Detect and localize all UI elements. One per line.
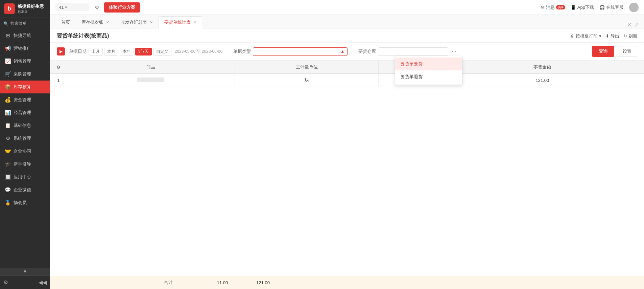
footer-label: 合计 — [135, 280, 202, 286]
setting-button[interactable]: 设置 — [617, 46, 637, 57]
sidebar-item-app-center[interactable]: 🔲 应用中心 — [0, 171, 50, 183]
tab-goods-order-label: 要货单统计表 — [164, 19, 191, 25]
store-name: 41 — [59, 5, 64, 10]
type-select: ▲ 要货单要货 要货单退货 — [253, 47, 348, 56]
sidebar-item-guide[interactable]: 🎓 新手引导 — [0, 158, 50, 171]
col-settings[interactable]: ⚙ — [50, 61, 67, 74]
sidebar-item-label: 畅会员 — [14, 200, 27, 206]
date-chip-custom[interactable]: 自定义 — [153, 48, 171, 55]
sidebar-item-label: 新手引导 — [14, 161, 31, 167]
date-chip-this-year[interactable]: 本年 — [120, 48, 134, 55]
query-button[interactable]: 查询 — [592, 46, 614, 57]
sidebar-item-label: 经营管理 — [14, 110, 31, 116]
dropdown-item-yh[interactable]: 要货单要货 — [395, 58, 462, 70]
tab-goods-order-close[interactable]: ✕ — [193, 20, 196, 25]
app-download-button[interactable]: 📱 App下载 — [571, 4, 594, 10]
tab-inventory-batch-close[interactable]: ✕ — [106, 20, 109, 25]
sidebar-item-label: 企业协同 — [14, 148, 31, 154]
settings-icon[interactable]: ⚙ — [3, 279, 8, 286]
sidebar-item-label: 基础信息 — [14, 123, 31, 129]
cell-no: 1 — [50, 74, 67, 87]
date-chips: 上月 本月 本年 近7天 自定义 — [89, 48, 171, 55]
download-icon: 📱 — [571, 5, 576, 10]
logo-icon: b — [4, 3, 15, 14]
date-chip-last-month[interactable]: 上月 — [89, 48, 103, 55]
tab-recv-send-summary[interactable]: 收发存汇总表 ✕ — [115, 16, 159, 28]
warehouse-filter-group: 要货仓库 ··· — [358, 47, 457, 56]
table-header-row: ⚙ 商品 主计量单位 主数量 零售金额 — [50, 61, 644, 74]
sidebar-item-wechat-biz[interactable]: 💬 企业微信 — [0, 183, 50, 196]
cell-unit: 块 — [235, 74, 378, 87]
guide-icon: 🎓 — [5, 161, 11, 167]
sidebar-item-label: 营销推广 — [14, 45, 31, 51]
sidebar-item-system[interactable]: ⚙ 系统管理 — [0, 132, 50, 145]
sidebar-item-member[interactable]: 🏅 畅会员 — [0, 196, 50, 209]
sidebar-item-inventory[interactable]: 📦 库存核算 — [0, 81, 50, 93]
warehouse-input[interactable] — [378, 47, 448, 56]
main-area: 41 ▾ ⚙ 体验行业方案 ✉ 消息 99+ 📱 App下载 🎧 在线客服 — [50, 0, 644, 289]
sidebar-item-finance[interactable]: 💰 资金管理 — [0, 93, 50, 106]
tab-inventory-batch[interactable]: 库存批次账 ✕ — [76, 16, 115, 28]
sidebar-item-label: 应用中心 — [14, 174, 31, 180]
collapse-icon[interactable]: ◀◀ — [39, 279, 47, 286]
table-footer: 合计 11.00 121.00 — [50, 276, 644, 289]
tab-goods-order-stats[interactable]: 要货单统计表 ✕ — [159, 16, 202, 28]
print-icon: 🖨 — [570, 34, 574, 39]
sidebar-item-purchase[interactable]: 🛒 采购管理 — [0, 68, 50, 81]
logo-text: 畅捷通好生意 标准版 — [18, 4, 44, 14]
sidebar-item-label: 系统管理 — [14, 135, 31, 141]
message-badge: 99+ — [556, 5, 565, 9]
quick-nav-icon: ⊞ — [5, 32, 11, 39]
sidebar-item-operation[interactable]: 📊 经营管理 — [0, 106, 50, 119]
topbar: 41 ▾ ⚙ 体验行业方案 ✉ 消息 99+ 📱 App下载 🎧 在线客服 — [50, 0, 644, 15]
cell-extra — [604, 74, 644, 87]
topbar-gear-button[interactable]: ⚙ — [92, 3, 101, 12]
app-download-label: App下载 — [577, 4, 594, 10]
sidebar-item-sales[interactable]: 📈 销售管理 — [0, 55, 50, 68]
sidebar-item-basic-info[interactable]: 📋 基础信息 — [0, 119, 50, 132]
marketing-icon: 📢 — [5, 45, 11, 51]
date-chip-this-month[interactable]: 本月 — [104, 48, 118, 55]
sidebar: b 畅捷通好生意 标准版 🔍 搜索菜单 ⊞ 快捷导航 📢 营销推广 📈 销售管理… — [0, 0, 50, 289]
page-title: 要货单统计表(按商品) — [57, 32, 109, 40]
trial-button[interactable]: 体验行业方案 — [104, 2, 140, 13]
maximize-icon[interactable]: ⤢ — [634, 22, 639, 28]
message-label: 消息 — [546, 4, 555, 10]
close-all-tabs-icon[interactable]: ✕ — [627, 22, 631, 28]
sidebar-search[interactable]: 🔍 搜索菜单 — [0, 18, 50, 29]
cell-product — [67, 74, 235, 87]
export-button[interactable]: ⬇ 导出 — [605, 33, 619, 39]
topbar-right: ✉ 消息 99+ 📱 App下载 🎧 在线客服 — [541, 3, 639, 12]
tab-recv-send-close[interactable]: ✕ — [150, 20, 153, 25]
page-actions: 🖨 按模板打印 ▾ ⬇ 导出 ↻ 刷新 — [570, 33, 637, 39]
sidebar-item-label: 库存核算 — [14, 84, 31, 90]
sidebar-item-quick-nav[interactable]: ⊞ 快捷导航 — [0, 29, 50, 42]
online-service-button[interactable]: 🎧 在线客服 — [599, 4, 624, 10]
type-filter-group: 单据类型 ▲ 要货单要货 要货单退货 — [233, 47, 348, 56]
member-icon: 🏅 — [5, 200, 11, 206]
user-avatar[interactable] — [629, 3, 639, 12]
dropdown-item-th[interactable]: 要货单退货 — [395, 70, 462, 83]
export-label: 导出 — [611, 33, 619, 39]
tab-home-label: 首页 — [61, 19, 70, 25]
message-button[interactable]: ✉ 消息 99+ — [541, 4, 565, 10]
sidebar-search-label: 搜索菜单 — [10, 21, 27, 26]
date-chip-last-7-days[interactable]: 近7天 — [135, 48, 152, 55]
warehouse-more-icon[interactable]: ··· — [450, 48, 457, 54]
type-input[interactable] — [253, 47, 348, 56]
tab-home[interactable]: 首页 — [55, 16, 76, 28]
wechat-biz-icon: 💬 — [5, 187, 11, 193]
col-amount: 零售金额 — [481, 61, 604, 74]
sidebar-item-enterprise[interactable]: 🤝 企业协同 — [0, 145, 50, 158]
type-dropdown: 要货单要货 要货单退货 — [395, 56, 462, 85]
filter-expand-toggle[interactable]: ▶ — [57, 47, 65, 55]
tab-inventory-batch-label: 库存批次账 — [81, 19, 103, 25]
message-icon: ✉ — [541, 5, 545, 10]
store-selector[interactable]: 41 ▾ — [55, 3, 89, 11]
sidebar-item-marketing[interactable]: 📢 营销推广 — [0, 42, 50, 55]
refresh-button[interactable]: ↻ 刷新 — [623, 33, 637, 39]
type-filter-label: 单据类型 — [233, 48, 251, 54]
print-button[interactable]: 🖨 按模板打印 ▾ — [570, 33, 601, 39]
sidebar-scroll-down[interactable]: ▼ — [0, 268, 50, 275]
date-range-display: 2023-05-06 至 2023-06-06 — [175, 49, 222, 54]
